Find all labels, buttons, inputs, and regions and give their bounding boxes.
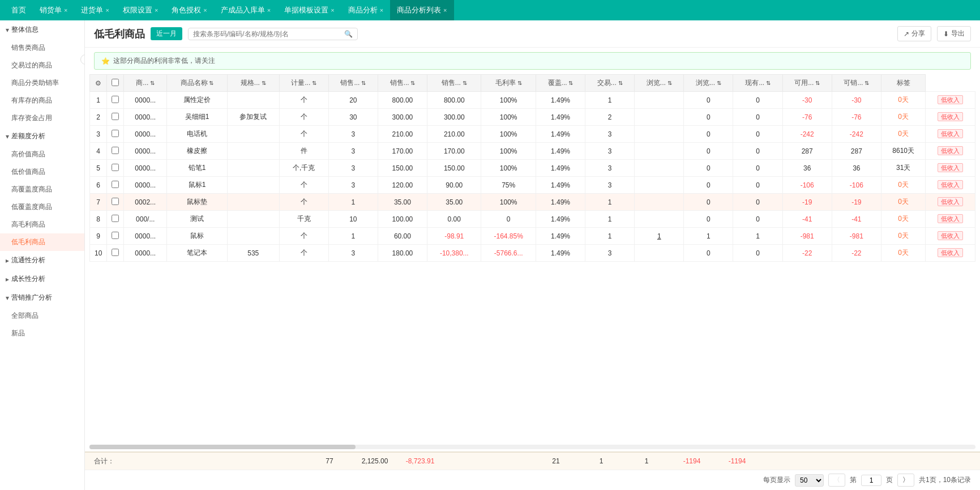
sidebar-item-high-value[interactable]: 高价值商品 [0,146,84,163]
th-views2[interactable]: 浏览... [684,75,733,92]
th-transactions[interactable]: 交易... [585,75,635,92]
row-transactions[interactable] [635,211,684,228]
th-sales-price[interactable]: 销售... [378,75,427,92]
row-transactions[interactable] [635,160,684,177]
prev-page-button[interactable]: 〈 [828,474,845,487]
time-filter-button[interactable]: 近一月 [151,27,182,40]
th-available[interactable]: 可用... [782,75,832,92]
nav-role-auth[interactable]: 角色授权 × [165,0,213,20]
th-settings[interactable]: ⚙ [90,75,107,92]
close-icon[interactable]: × [203,7,207,14]
close-icon[interactable]: × [267,7,271,14]
row-gross: 1.49% [536,92,585,109]
scrollbar-thumb[interactable] [89,445,356,449]
th-sales-qty[interactable]: 销售... [328,75,378,92]
row-transactions[interactable] [635,109,684,126]
nav-template-settings[interactable]: 单据模板设置 × [277,0,341,20]
nav-sales-order[interactable]: 销货单 × [33,0,74,20]
sidebar-item-all-products[interactable]: 全部商品 [0,307,84,325]
horizontal-scrollbar[interactable] [89,445,975,449]
row-transactions[interactable] [635,126,684,143]
th-coverage[interactable]: 覆盖... [536,75,585,92]
th-sellable-days[interactable]: 可销... [832,75,881,92]
sidebar-item-new-products[interactable]: 新品 [0,325,84,342]
sidebar-item-capital-usage[interactable]: 库存资金占用 [0,109,84,127]
th-unit[interactable]: 计量... [279,75,328,92]
row-checkbox[interactable] [107,92,124,109]
row-views2: 0 [733,194,782,211]
row-transactions[interactable] [635,177,684,194]
sidebar-section-overall[interactable]: ▾ 整体信息 [0,20,84,39]
per-page-select[interactable]: 50 100 200 [795,474,824,487]
sidebar-item-in-stock[interactable]: 有库存的商品 [0,92,84,109]
th-tag[interactable]: 标签 [881,75,926,92]
nav-home[interactable]: 首页 [5,0,33,20]
sidebar-item-sales-products[interactable]: 销售类商品 [0,39,84,57]
row-checkbox[interactable] [107,143,124,160]
page-title: 低毛利商品 [94,27,145,41]
th-views1[interactable]: 浏览... [635,75,684,92]
footer-price: 2,125.00 [352,456,397,466]
row-checkbox[interactable] [107,109,124,126]
row-checkbox[interactable] [107,228,124,245]
th-spec[interactable]: 规格... [227,75,279,92]
page-number-input[interactable] [861,475,881,486]
th-gross-margin[interactable]: 毛利率 [481,75,536,92]
th-checkbox[interactable] [107,75,124,92]
th-name[interactable]: 商品名称 [167,75,228,92]
sidebar-item-traded-products[interactable]: 交易过的商品 [0,57,84,74]
nav-purchase-order[interactable]: 进货单 × [74,0,115,20]
search-icon[interactable]: 🔍 [344,30,353,38]
row-gross: 1.49% [536,160,585,177]
th-stock[interactable]: 现有... [733,75,782,92]
row-price: 300.00 [378,109,427,126]
row-transactions[interactable] [635,92,684,109]
select-all-checkbox[interactable] [112,79,119,86]
close-icon[interactable]: × [105,7,109,14]
row-checkbox[interactable] [107,211,124,228]
close-icon[interactable]: × [331,7,334,14]
nav-permission-settings[interactable]: 权限设置 × [116,0,165,20]
row-transactions[interactable] [635,143,684,160]
sidebar-section-growth[interactable]: ▸ 成长性分析 [0,270,84,288]
sidebar-section-margin-analysis[interactable]: ▾ 差额度分析 [0,127,84,146]
next-page-button[interactable]: 〉 [897,474,914,487]
row-transactions[interactable]: 1 [635,228,684,245]
row-checkbox[interactable] [107,194,124,211]
th-code[interactable]: 商... [124,75,167,92]
sidebar-item-category-rate[interactable]: 商品分类助销率 [0,74,84,92]
row-checkbox[interactable] [107,245,124,262]
sidebar-item-low-margin[interactable]: 低毛利商品 [0,233,84,251]
row-checkbox[interactable] [107,126,124,143]
share-button[interactable]: ↗ 分享 [897,26,931,41]
search-input[interactable] [193,30,342,38]
table-row: 2 0000... 吴细细1 参加复试 个 30 300.00 300.00 1… [90,109,975,126]
row-price: 210.00 [378,126,427,143]
sidebar-item-low-value[interactable]: 低价值商品 [0,163,84,181]
sidebar-item-high-margin[interactable]: 高毛利商品 [0,216,84,233]
row-tag: 低收入 [926,126,975,143]
row-checkbox[interactable] [107,160,124,177]
nav-product-analysis[interactable]: 商品分析 × [341,0,390,20]
row-transactions[interactable] [635,194,684,211]
nav-product-entry[interactable]: 产成品入库单 × [214,0,277,20]
row-transactions[interactable] [635,245,684,262]
table-container[interactable]: ⚙ 商... 商品名称 规格... 计量... 销售... 销售... 销售..… [85,74,980,445]
close-icon[interactable]: × [64,7,67,14]
export-button[interactable]: ⬇ 导出 [937,26,971,41]
close-icon[interactable]: × [380,7,383,14]
row-checkbox[interactable] [107,177,124,194]
th-sales-profit[interactable]: 销售... [427,75,481,92]
sidebar-section-marketing[interactable]: ▾ 营销推广分析 [0,288,84,307]
row-num: 3 [90,126,107,143]
nav-product-analysis-list[interactable]: 商品分析列表 × [390,0,453,20]
row-gross: 1.49% [536,143,585,160]
row-code: 0000... [124,92,167,109]
close-icon[interactable]: × [155,7,158,14]
row-profit: 100% [481,92,536,109]
sidebar-section-liquidity[interactable]: ▸ 流通性分析 [0,251,84,270]
sidebar-item-high-coverage[interactable]: 高覆盖度商品 [0,181,84,198]
close-icon[interactable]: × [443,7,447,14]
sidebar-item-low-coverage[interactable]: 低覆盖度商品 [0,198,84,216]
row-stock: 287 [782,143,832,160]
